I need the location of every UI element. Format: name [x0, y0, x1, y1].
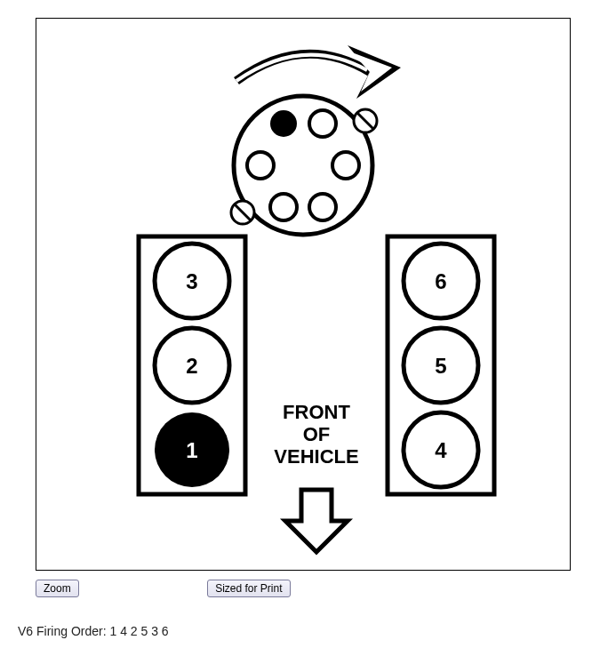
zoom-button[interactable]: Zoom	[36, 580, 79, 597]
rotation-arrow-icon	[236, 45, 401, 99]
sized-for-print-button[interactable]: Sized for Print	[207, 580, 290, 597]
distributor-cap	[231, 96, 377, 235]
screw-icon	[231, 201, 254, 224]
down-arrow-icon	[285, 490, 348, 552]
button-row: Zoom Sized for Print	[36, 580, 580, 597]
right-cylinder-bank: 6 5 4	[388, 236, 494, 494]
left-cylinder-bank: 3 2 1	[139, 236, 245, 494]
cylinder-number: 2	[186, 354, 197, 378]
firing-order-caption: V6 Firing Order: 1 4 2 5 3 6	[18, 624, 598, 638]
cylinder-number: 3	[186, 269, 197, 293]
screw-icon	[354, 109, 377, 132]
distributor-terminal-1	[270, 110, 297, 137]
distributor-terminal-5	[270, 194, 297, 220]
distributor-terminal-3	[332, 152, 359, 179]
front-of-vehicle-label: FRONT OF VEHICLE	[274, 401, 358, 468]
svg-text:OF: OF	[303, 423, 331, 445]
cylinder-number: 6	[435, 269, 446, 293]
distributor-terminal-6	[247, 152, 274, 179]
firing-order-diagram: 3 2 1 6 5 4 FRONT OF VEHICLE	[36, 18, 571, 571]
svg-text:FRONT: FRONT	[283, 401, 350, 423]
cylinder-number: 4	[435, 438, 447, 462]
cylinder-number: 1	[186, 438, 197, 462]
cylinder-number: 5	[435, 354, 446, 378]
distributor-terminal-4	[309, 194, 336, 220]
distributor-terminal-2	[309, 110, 336, 137]
svg-text:VEHICLE: VEHICLE	[274, 445, 358, 468]
